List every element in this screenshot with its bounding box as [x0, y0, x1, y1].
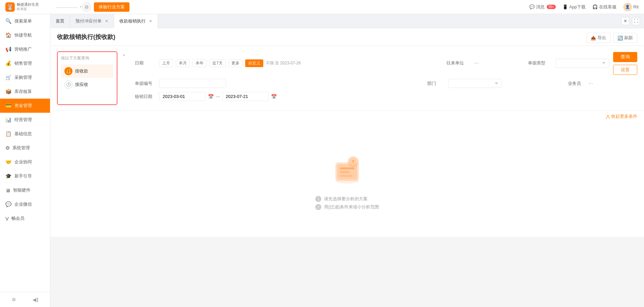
sidebar-settings-btn[interactable]: ⚙	[10, 296, 17, 304]
counterpart-label: 往来单位	[446, 60, 470, 66]
date-btn-custom[interactable]: 自定义	[245, 59, 263, 67]
empty-tips: 1 请先选择要分析的方案 2 用[过滤]条件来缩小分析范围	[315, 196, 379, 210]
query-btn[interactable]: 查询	[613, 52, 637, 62]
svg-rect-5	[340, 175, 353, 177]
page-header: 收款核销执行(按收款) 📤 导出 🔄 刷新	[50, 28, 644, 46]
company-selector[interactable]: —————— ▾	[56, 5, 82, 9]
user-menu[interactable]: 👤 Rit	[623, 3, 639, 11]
online-service-btn[interactable]: 🎧 在线客服	[592, 4, 616, 10]
sidebar-item-search[interactable]: 🔍 搜索菜单	[0, 14, 50, 28]
refresh-icon: 🔄	[618, 36, 623, 41]
sidebar-item-member[interactable]: V 畅会员	[0, 211, 50, 225]
date-btn-this-year[interactable]: 本年	[193, 59, 207, 67]
sidebar-item-inventory[interactable]: 📦 库存核算	[0, 85, 50, 99]
sidebar-bottom: ⚙ ◀‖	[0, 292, 50, 307]
department-select[interactable]	[448, 79, 502, 88]
refresh-btn[interactable]: 🔄 刷新	[613, 33, 637, 43]
page-title: 收款核销执行(按收款)	[57, 33, 637, 41]
message-btn[interactable]: 💬 消息 99+	[529, 4, 556, 10]
logo-title: 畅捷通好生意	[17, 2, 39, 7]
collapse-more-btn[interactable]: ⋀ 收起更多条件	[50, 110, 644, 122]
message-label: 消息	[536, 4, 545, 10]
filter-collapse-btn[interactable]: »	[123, 51, 129, 57]
sidebar-item-funds[interactable]: 💳 资金管理	[0, 99, 50, 113]
tab-prepay[interactable]: 预付冲应付单 ✕	[70, 14, 114, 28]
sidebar-item-label: 搜索菜单	[14, 18, 32, 24]
empty-tip-1: 1 请先选择要分析的方案	[315, 196, 379, 202]
sidebar-item-marketing[interactable]: 📢 营销推广	[0, 42, 50, 56]
sidebar-item-enterprise[interactable]: 🤝 企业协同	[0, 155, 50, 169]
sidebar-item-basic-info[interactable]: 📋 基础信息	[0, 127, 50, 141]
date-btn-last-month[interactable]: 上月	[159, 59, 173, 67]
app-download-icon: 📱	[562, 4, 568, 9]
sidebar-item-hardware[interactable]: 🖥 智能硬件	[0, 183, 50, 197]
receipt-icon: 💰	[64, 67, 72, 75]
company-name: ——————	[56, 5, 78, 9]
logo-area: 🐰 畅捷通好生意 标准版	[5, 2, 56, 12]
tab-bar: 首页 预付冲应付单 ✕ 收款核销执行 ✕ ✕ ⛶	[50, 14, 644, 28]
sales-icon: 💰	[5, 60, 12, 66]
megaphone-icon: 📢	[5, 46, 12, 52]
document-no-input[interactable]	[159, 79, 226, 88]
sidebar-item-label: 库存核算	[14, 89, 32, 95]
graduation-icon: 🎓	[5, 173, 12, 179]
staff-label: 业务员	[568, 81, 585, 87]
action-area: 查询 设置	[613, 51, 637, 75]
v-icon: V	[5, 216, 9, 221]
service-icon: 🎧	[592, 4, 598, 9]
sidebar-item-sales[interactable]: 💰 销售管理	[0, 56, 50, 70]
sidebar-item-label: 企业协同	[14, 159, 32, 165]
search-form: 日期 上月 本月 本年 近7天 更多 自定义 不限 至 2023-07-26 往…	[135, 51, 637, 105]
tip-num-2: 2	[315, 204, 321, 210]
form-row-1: 日期 上月 本月 本年 近7天 更多 自定义 不限 至 2023-07-26 往…	[135, 51, 637, 75]
sidebar-item-label: 快捷导航	[14, 32, 32, 38]
logo-badge: 标准版	[17, 7, 39, 11]
settings-btn[interactable]: 设置	[613, 65, 637, 75]
tab-label: 收款核销执行	[119, 18, 146, 24]
settings-icon-btn[interactable]: ⚙	[82, 2, 91, 12]
calendar-start-icon[interactable]: 📅	[208, 94, 214, 99]
tab-home[interactable]: 首页	[50, 14, 70, 28]
wechat-icon: 💬	[5, 201, 12, 207]
tab-close-all-btn[interactable]: ✕	[621, 17, 629, 25]
filter-option-by-receipt[interactable]: 💰 按收款	[61, 64, 113, 78]
home-icon: 🏠	[5, 32, 12, 38]
industry-solution-btn[interactable]: 体验行业方案	[94, 2, 129, 12]
staff-dots: ···	[589, 81, 593, 87]
sidebar: 🔍 搜索菜单 🏠 快捷导航 📢 营销推广 💰 销售管理 🛒 采购管理 📦 库存核…	[0, 14, 50, 307]
sidebar-item-operations[interactable]: 📊 经营管理	[0, 113, 50, 127]
sidebar-item-purchase[interactable]: 🛒 采购管理	[0, 70, 50, 85]
sidebar-item-label: 经营管理	[14, 117, 32, 123]
date-btn-more[interactable]: 更多	[228, 59, 243, 67]
sidebar-collapse-btn[interactable]: ◀‖	[31, 296, 40, 304]
app-download-label: App下载	[569, 4, 586, 10]
filter-area: 按以下方案查询 💰 按收款 🕐 按应收 » 日期	[50, 46, 644, 110]
gear-icon: ⚙	[5, 145, 10, 151]
sidebar-item-quicknav[interactable]: 🏠 快捷导航	[0, 28, 50, 42]
date-btn-this-month[interactable]: 本月	[176, 59, 190, 67]
sidebar-item-beginner[interactable]: 🎓 新手引导	[0, 169, 50, 183]
sidebar-item-wechat[interactable]: 💬 企业微信	[0, 197, 50, 211]
svg-text:?: ?	[352, 160, 354, 164]
tab-expand-btn[interactable]: ⛶	[632, 17, 640, 25]
counterpart-dots: ···	[474, 60, 478, 66]
app-download-btn[interactable]: 📱 App下载	[562, 4, 586, 10]
sidebar-item-system[interactable]: ⚙ 系统管理	[0, 141, 50, 155]
verify-date-end-input[interactable]	[222, 92, 269, 101]
sidebar-item-label: 企业微信	[14, 201, 32, 207]
document-type-select[interactable]	[555, 59, 609, 68]
date-btn-7days[interactable]: 近7天	[209, 59, 226, 67]
verify-date-start-input[interactable]	[159, 92, 206, 101]
tip-num-1: 1	[315, 196, 321, 202]
tab-close-icon[interactable]: ✕	[149, 19, 152, 23]
tab-verify[interactable]: 收款核销执行 ✕	[114, 14, 158, 28]
tab-close-icon[interactable]: ✕	[105, 19, 108, 23]
avatar: 👤	[623, 3, 632, 11]
receivable-icon: 🕐	[64, 81, 72, 89]
tip-text-1: 请先选择要分析的方案	[324, 196, 368, 202]
sidebar-item-label: 系统管理	[12, 145, 30, 151]
calendar-end-icon[interactable]: 📅	[271, 94, 277, 99]
export-btn[interactable]: 📤 导出	[586, 33, 610, 43]
filter-panel: 按以下方案查询 💰 按收款 🕐 按应收	[57, 51, 117, 105]
filter-option-by-receivable[interactable]: 🕐 按应收	[61, 78, 113, 91]
